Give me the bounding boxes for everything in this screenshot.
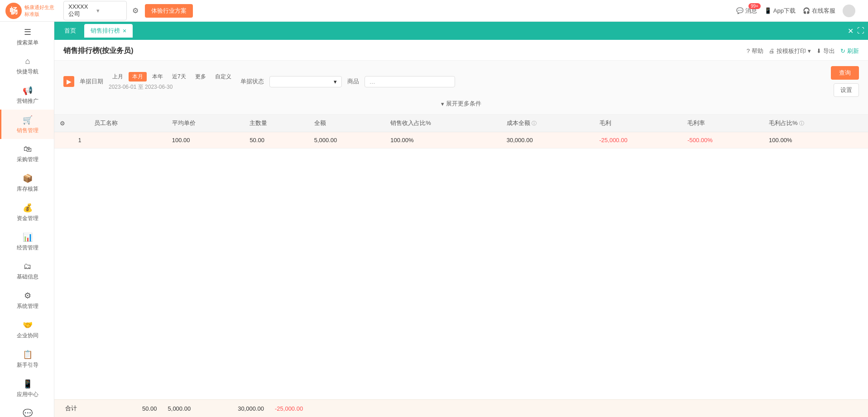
message-badge: 99+	[748, 3, 761, 9]
filter-toggle-button[interactable]: ▶	[63, 76, 74, 87]
sidebar-item-finance[interactable]: 💰 资金管理	[0, 197, 54, 227]
main-layout: ☰ 搜索菜单 ⌂ 快捷导航 📢 营销推广 🛒 销售管理 🛍 采购管理 📦 库存核…	[0, 22, 868, 417]
company-name: XXXXX公司	[68, 3, 94, 18]
date-tab-this-month[interactable]: 本月	[129, 72, 147, 81]
table-row: 1 100.00 50.00 5,000.00 100.00% 30,000.0…	[54, 132, 868, 149]
col-cost: 成本全额 ⓘ	[501, 115, 594, 132]
query-section: 查询 设置	[831, 66, 859, 97]
top-right: 💬 消息 99+ 📱 App下载 🎧 在线客服	[736, 5, 863, 17]
col-gross: 毛利	[594, 115, 682, 132]
row-cost: 30,000.00	[501, 132, 594, 149]
refresh-button[interactable]: ↻ 刷新	[840, 47, 859, 55]
tab-home[interactable]: 首页	[58, 24, 82, 38]
mobile-icon: 📱	[764, 7, 772, 14]
sidebar-item-purchase[interactable]: 🛍 采购管理	[0, 139, 54, 168]
page-header: 销售排行榜(按业务员) ? 帮助 🖨 按模板打印 ▾ ⬇ 导出	[54, 40, 868, 61]
col-settings[interactable]: ⚙	[54, 115, 71, 132]
print-arrow: ▾	[808, 48, 811, 54]
company-settings-icon[interactable]: ⚙	[130, 5, 140, 17]
company-dropdown-arrow: ▾	[96, 7, 122, 14]
date-tab-7days[interactable]: 近7天	[168, 72, 190, 81]
tab-sales-ranking[interactable]: 销售排行榜 ×	[84, 24, 133, 38]
row-settings	[54, 132, 71, 149]
sidebar-label-newbie: 新手引导	[17, 361, 38, 369]
table-settings-icon[interactable]: ⚙	[60, 120, 65, 127]
service-label: 在线客服	[812, 7, 835, 15]
date-filter-group: 上月 本月 本年 近7天 更多 自定义 2023-06-01 至 2023-06…	[109, 72, 235, 91]
sidebar: ☰ 搜索菜单 ⌂ 快捷导航 📢 营销推广 🛒 销售管理 🛍 采购管理 📦 库存核…	[0, 22, 54, 417]
cost-info-icon[interactable]: ⓘ	[532, 120, 537, 126]
sidebar-item-search-order[interactable]: ☰ 搜索菜单	[0, 22, 54, 51]
marketing-icon: 📢	[23, 86, 33, 96]
sidebar-item-basic-info[interactable]: 🗂 基础信息	[0, 256, 54, 285]
sidebar-item-marketing[interactable]: 📢 营销推广	[0, 80, 54, 110]
export-button[interactable]: ⬇ 导出	[816, 47, 835, 55]
setting-button[interactable]: 设置	[834, 83, 859, 97]
top-bar: 畅 畅康通好生意 标准版 XXXXX公司 ▾ ⚙ 体验行业方案 💬 消息 99+…	[0, 0, 868, 22]
app-download-button[interactable]: 📱 App下载	[764, 7, 796, 15]
message-button[interactable]: 💬 消息 99+	[736, 7, 757, 15]
status-dropdown-arrow: ▾	[334, 78, 337, 85]
sidebar-item-operations[interactable]: 📊 经营管理	[0, 227, 54, 256]
print-button[interactable]: 🖨 按模板打印 ▾	[769, 47, 811, 55]
page-content: 销售排行榜(按业务员) ? 帮助 🖨 按模板打印 ▾ ⬇ 导出	[54, 40, 868, 417]
col-avg-price: 平均单价	[167, 115, 245, 132]
basic-info-icon: 🗂	[24, 262, 32, 271]
help-button[interactable]: ? 帮助	[747, 47, 763, 55]
sidebar-label-search-order: 搜索菜单	[17, 39, 38, 47]
row-amount: 5,000.00	[309, 132, 385, 149]
date-tab-more[interactable]: 更多	[192, 72, 210, 81]
row-gross-rate: -500.00%	[682, 132, 763, 149]
tab-maximize-icon[interactable]: ⛶	[857, 27, 864, 35]
tab-close-icon[interactable]: ×	[123, 27, 126, 34]
goods-filter-label: 商品	[347, 77, 359, 86]
sidebar-item-system[interactable]: ⚙ 系统管理	[0, 285, 54, 315]
date-tab-last-month[interactable]: 上月	[109, 72, 127, 81]
trial-button[interactable]: 体验行业方案	[145, 4, 193, 18]
sidebar-item-enterprise[interactable]: 🤝 企业协同	[0, 315, 54, 344]
footer-quantity: 50.00	[137, 405, 163, 412]
sidebar-item-newbie[interactable]: 📋 新手引导	[0, 344, 54, 374]
query-button[interactable]: 查询	[831, 66, 859, 80]
tab-close-window-icon[interactable]: ✕	[848, 27, 854, 35]
goods-filter-input[interactable]: …	[364, 76, 455, 87]
active-tab-label: 销售排行榜	[91, 27, 120, 35]
avatar[interactable]	[843, 5, 855, 17]
purchase-icon: 🛍	[24, 144, 32, 154]
sidebar-item-app-center[interactable]: 📱 应用中心	[0, 374, 54, 403]
expand-icon: ▾	[441, 101, 444, 107]
table-header: ⚙ 员工名称 平均单价 主数量 全额 销售收入占比% 成本全额 ⓘ	[54, 115, 868, 132]
gross-pct-info-icon[interactable]: ⓘ	[799, 120, 804, 126]
status-filter-select[interactable]: ▾	[269, 76, 342, 87]
sales-icon: 🛒	[23, 115, 33, 125]
sidebar-item-wechat[interactable]: 💬 企业微信	[0, 403, 54, 417]
finance-icon: 💰	[23, 203, 33, 213]
expand-more-button[interactable]: ▾ 展开更多条件	[63, 97, 859, 109]
operations-icon: 📊	[23, 232, 33, 242]
filter-toggle-icon: ▶	[67, 78, 72, 85]
quick-nav-icon: ⌂	[25, 57, 30, 66]
headset-icon: 🎧	[803, 7, 810, 14]
help-label: 帮助	[752, 47, 763, 55]
sidebar-item-quick-nav[interactable]: ⌂ 快捷导航	[0, 51, 54, 80]
sidebar-label-finance: 资金管理	[17, 215, 38, 222]
row-rank: 1	[71, 132, 89, 149]
col-quantity: 主数量	[244, 115, 308, 132]
date-tab-custom[interactable]: 自定义	[211, 72, 235, 81]
print-icon: 🖨	[769, 48, 775, 54]
refresh-label: 刷新	[847, 47, 859, 55]
sidebar-item-sales[interactable]: 🛒 销售管理	[0, 110, 54, 139]
row-sales-pct: 100.00%	[385, 132, 501, 149]
sidebar-label-basic-info: 基础信息	[17, 273, 38, 281]
row-avg-price: 100.00	[167, 132, 245, 149]
search-order-icon: ☰	[24, 27, 31, 37]
date-tab-this-year[interactable]: 本年	[149, 72, 167, 81]
filter-area: ▶ 单据日期 上月 本月 本年 近7天 更多 自定义 2023-06-01 至 …	[54, 61, 868, 115]
col-amount: 全额	[309, 115, 385, 132]
home-tab-label: 首页	[64, 27, 76, 35]
sidebar-label-quick-nav: 快捷导航	[17, 68, 38, 76]
online-service-button[interactable]: 🎧 在线客服	[803, 7, 835, 15]
print-label: 按模板打印	[777, 47, 806, 55]
company-select[interactable]: XXXXX公司 ▾	[63, 1, 127, 20]
sidebar-item-inventory[interactable]: 📦 库存核算	[0, 168, 54, 197]
